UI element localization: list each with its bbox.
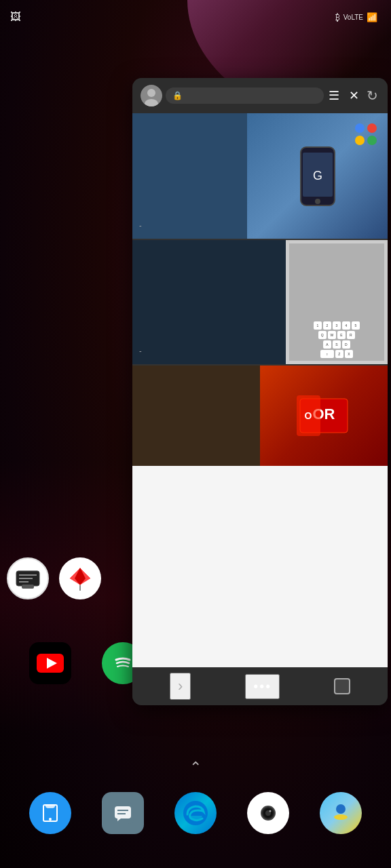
status-bar: 🖼 ₿ VoLTE 📶 xyxy=(0,0,391,34)
svg-point-38 xyxy=(269,810,272,812)
status-photo-icon: 🖼 xyxy=(10,11,21,23)
article-image-2: 12345 QWER ASD ⇧ZX xyxy=(286,240,388,364)
volte-icon: VoLTE xyxy=(343,14,363,21)
dock xyxy=(0,792,391,834)
dock-messages[interactable] xyxy=(102,792,144,834)
browser-content: G - xyxy=(132,113,388,667)
article-text-1: - xyxy=(132,113,324,239)
browser-refresh-button[interactable]: ↻ xyxy=(365,86,379,105)
swipe-up-indicator: ⌃ xyxy=(189,759,202,776)
browser-avatar xyxy=(141,85,162,106)
kite-icon xyxy=(59,557,101,599)
tickertape-icon xyxy=(7,557,49,599)
youtube-icon xyxy=(29,642,71,684)
dock-camera[interactable] xyxy=(247,792,289,834)
app-item-youtube[interactable] xyxy=(29,642,71,688)
browser-more-button[interactable]: ••• xyxy=(245,674,280,699)
svg-rect-15 xyxy=(22,585,34,589)
browser-bottom-bar: › ••• xyxy=(132,667,388,705)
article-text-3 xyxy=(132,366,286,466)
svg-text:O: O xyxy=(305,410,312,421)
status-right-icons: ₿ VoLTE 📶 xyxy=(332,12,381,22)
bluetooth-icon: ₿ xyxy=(335,12,340,22)
svg-point-27 xyxy=(49,818,52,821)
app-item-tickertape[interactable] xyxy=(7,557,49,604)
browser-card: 🔒 ☰ ✕ ↻ G xyxy=(132,78,388,705)
browser-header: 🔒 ☰ ✕ ↻ xyxy=(132,78,388,113)
browser-close-button[interactable]: ✕ xyxy=(348,87,360,104)
app-row-1 xyxy=(7,557,101,604)
svg-point-41 xyxy=(334,814,348,820)
lock-icon: 🔒 xyxy=(172,91,183,100)
article-card-1[interactable]: G - xyxy=(132,113,388,239)
svg-rect-29 xyxy=(115,806,131,818)
article-card-2[interactable]: 12345 QWER ASD ⇧ZX - xyxy=(132,239,388,364)
article-card-3[interactable]: OR O xyxy=(132,364,388,466)
app-item-kite[interactable] xyxy=(59,557,101,604)
svg-point-1 xyxy=(147,89,155,97)
browser-controls: ☰ ✕ xyxy=(327,87,364,104)
article-meta-1: - xyxy=(139,221,317,229)
browser-url-bar[interactable]: 🔒 xyxy=(166,87,324,104)
article-meta-2: - xyxy=(139,347,291,355)
browser-forward-button[interactable]: › xyxy=(170,673,191,700)
dock-flighty[interactable] xyxy=(320,792,362,834)
dock-phone[interactable] xyxy=(29,792,71,834)
browser-tabs-badge[interactable] xyxy=(334,678,350,694)
network-icon: 📶 xyxy=(367,12,377,22)
browser-header-left xyxy=(141,85,162,106)
dock-edge[interactable] xyxy=(174,792,217,834)
browser-menu-button[interactable]: ☰ xyxy=(327,87,341,104)
article-text-2: - xyxy=(132,240,298,364)
svg-point-40 xyxy=(336,804,346,814)
